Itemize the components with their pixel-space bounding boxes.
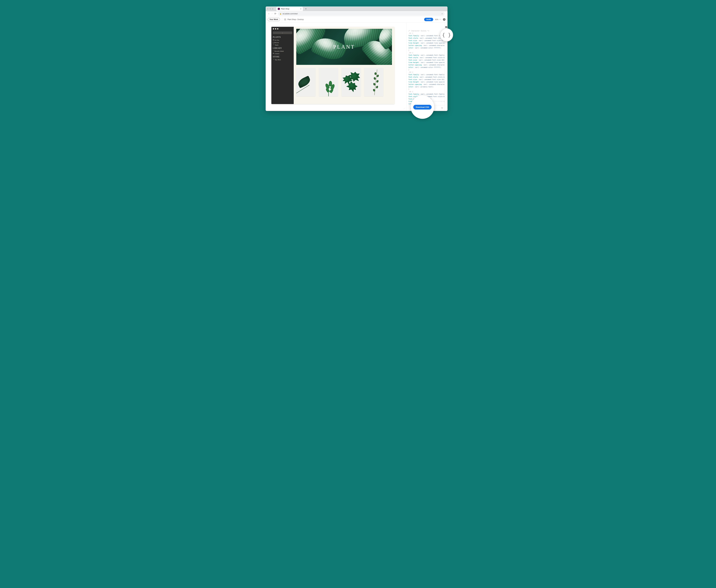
help-icon[interactable]: ? bbox=[443, 18, 446, 21]
sidebar-heading: STORE bbox=[271, 56, 294, 58]
canvas-viewport[interactable]: ⌕ PLANTSFor YouBrowseRadioLIBRARYRecentl… bbox=[266, 23, 406, 111]
thumb-4 bbox=[364, 68, 383, 96]
sidebar-item: Buy More bbox=[272, 59, 294, 61]
browser-url-bar: ← → ⟳ 🔒 xd.adobe.com/view/ ☆ bbox=[266, 11, 448, 16]
sidebar-item: For You bbox=[271, 39, 294, 41]
thumb-3 bbox=[342, 68, 361, 96]
xd-app-bar: Your Work Plant Shop › Desktop Invite 81… bbox=[266, 16, 448, 23]
dev-mode-code-icon[interactable]: { } bbox=[440, 28, 453, 42]
breadcrumb-doc[interactable]: Plant Shop bbox=[288, 19, 296, 20]
browser-window: Xd Plant Shop × + ← → ⟳ 🔒 xd.adobe.com/v… bbox=[266, 6, 448, 111]
design-sidebar: ⌕ PLANTSFor YouBrowseRadioLIBRARYRecentl… bbox=[271, 27, 294, 104]
artboard-desktop: ⌕ PLANTSFor YouBrowseRadioLIBRARYRecentl… bbox=[271, 27, 394, 104]
address-bar[interactable]: 🔒 xd.adobe.com/view/ ☆ bbox=[278, 12, 445, 16]
window-dots bbox=[271, 28, 294, 29]
bookmark-star-icon[interactable]: ☆ bbox=[441, 13, 443, 15]
lock-icon: 🔒 bbox=[280, 13, 281, 15]
invite-button[interactable]: Invite bbox=[424, 18, 433, 21]
thumb-2 bbox=[319, 68, 338, 96]
forward-icon[interactable]: → bbox=[270, 13, 274, 15]
reload-icon[interactable]: ⟳ bbox=[274, 12, 277, 15]
thumbnail-row bbox=[296, 68, 392, 96]
hero-image: PLANT bbox=[296, 29, 392, 65]
tab-close-icon[interactable]: × bbox=[300, 8, 302, 10]
filter-icon[interactable] bbox=[441, 107, 443, 109]
sidebar-heading: LIBRARY bbox=[271, 47, 294, 49]
design-content: PLANT bbox=[294, 27, 394, 104]
new-tab-button[interactable]: + bbox=[304, 7, 308, 11]
resize-handle-icon[interactable]: ⋰ bbox=[404, 108, 405, 110]
svg-rect-3 bbox=[285, 20, 286, 20]
sidebar-search: ⌕ bbox=[273, 31, 292, 34]
download-css-button[interactable]: Download CSS bbox=[413, 105, 432, 109]
breadcrumb: Plant Shop › Desktop bbox=[288, 19, 304, 20]
your-work-button[interactable]: Your Work bbox=[268, 18, 280, 21]
comments-icon[interactable] bbox=[445, 26, 447, 28]
svg-rect-2 bbox=[284, 20, 285, 20]
url-text: xd.adobe.com/view/ bbox=[283, 13, 298, 15]
svg-rect-0 bbox=[284, 19, 285, 19]
sidebar-item: Radio bbox=[272, 44, 294, 46]
sidebar-heading: PLANTS bbox=[271, 36, 294, 38]
traffic-light-close[interactable] bbox=[267, 8, 268, 9]
back-icon[interactable]: ← bbox=[267, 13, 270, 15]
xd-favicon: Xd bbox=[278, 8, 280, 10]
sidebar-item: Recently Added bbox=[271, 50, 294, 52]
breadcrumb-sep: › bbox=[296, 19, 297, 20]
traffic-light-minimize[interactable] bbox=[269, 8, 271, 9]
chevron-down-icon: ▼ bbox=[439, 19, 441, 20]
sidebar-item: Browse bbox=[271, 41, 294, 44]
divider bbox=[282, 18, 282, 21]
sidebar-item: Creators bbox=[271, 52, 294, 55]
svg-rect-1 bbox=[285, 19, 286, 19]
zoom-dropdown[interactable]: 81% ▼ bbox=[435, 19, 441, 20]
zoom-value: 81% bbox=[435, 19, 438, 20]
browser-tab[interactable]: Xd Plant Shop × bbox=[277, 7, 303, 11]
breadcrumb-page: Desktop bbox=[298, 19, 304, 20]
browser-tab-bar: Xd Plant Shop × + bbox=[266, 6, 448, 11]
tab-title: Plant Shop bbox=[281, 8, 300, 10]
traffic-light-zoom[interactable] bbox=[272, 8, 273, 9]
hero-text: PLANT bbox=[333, 44, 355, 50]
download-css-callout: Download CSS bbox=[411, 95, 434, 119]
artboard-grid-icon[interactable] bbox=[284, 19, 286, 20]
thumb-1 bbox=[296, 68, 315, 96]
